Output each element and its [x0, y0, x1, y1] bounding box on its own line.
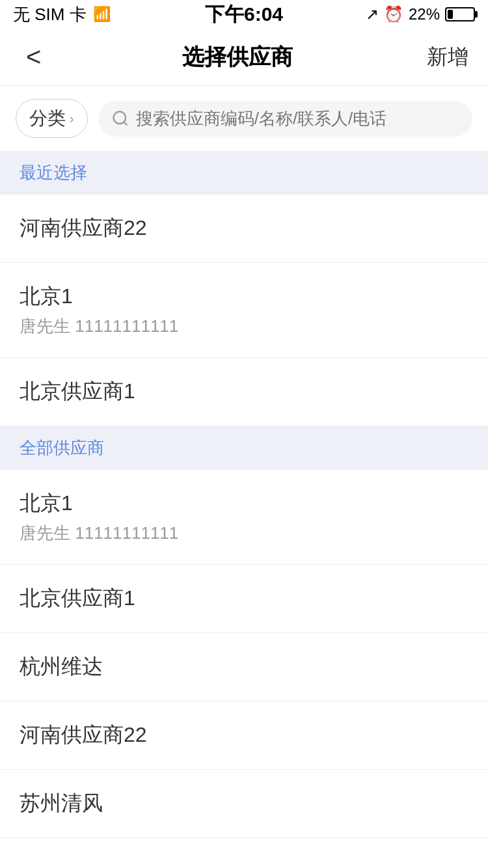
- wifi-icon: 📶: [93, 6, 111, 23]
- item-name-a1: 北京1: [20, 489, 468, 518]
- nav-bar: < 选择供应商 新增: [0, 29, 488, 86]
- list-item-r1[interactable]: 河南供应商22: [0, 195, 488, 263]
- page-title: 选择供应商: [182, 42, 293, 72]
- item-sub-a1: 唐先生 11111111111: [20, 522, 468, 545]
- list-item-a2[interactable]: 北京供应商1: [0, 565, 488, 633]
- item-name-a5: 苏州清风: [20, 789, 468, 818]
- item-name-r1: 河南供应商22: [20, 214, 468, 243]
- list-item-a4[interactable]: 河南供应商22: [0, 701, 488, 770]
- search-bar: 分类 ›: [0, 86, 488, 151]
- chevron-right-icon: ›: [70, 111, 74, 126]
- list-item-r3[interactable]: 北京供应商1: [0, 358, 488, 426]
- section-header-all: 全部供应商: [0, 426, 488, 470]
- section-header-text-all: 全部供应商: [20, 438, 104, 457]
- status-indicators: ↗ ⏰ 22%: [366, 5, 475, 23]
- battery-pct: 22%: [409, 5, 440, 23]
- back-button[interactable]: <: [20, 36, 47, 78]
- search-icon: [111, 109, 129, 128]
- item-name-r3: 北京供应商1: [20, 377, 468, 406]
- section-header-text-recent: 最近选择: [20, 163, 87, 182]
- svg-line-1: [124, 122, 127, 125]
- status-time: 下午6:04: [205, 1, 283, 28]
- item-name-a3: 杭州维达: [20, 653, 468, 681]
- section-header-recent: 最近选择: [0, 151, 488, 195]
- list-item-a3[interactable]: 杭州维达: [0, 633, 488, 701]
- item-name-a2: 北京供应商1: [20, 584, 468, 613]
- category-button[interactable]: 分类 ›: [16, 99, 88, 138]
- list-item-a1[interactable]: 北京1唐先生 11111111111: [0, 470, 488, 565]
- item-sub-r2: 唐先生 11111111111: [20, 315, 468, 338]
- svg-point-0: [113, 112, 126, 124]
- list-item-a5[interactable]: 苏州清风: [0, 770, 488, 838]
- add-button[interactable]: 新增: [427, 43, 468, 72]
- list-item-r2[interactable]: 北京1唐先生 11111111111: [0, 263, 488, 358]
- alarm-icon: ⏰: [384, 5, 403, 23]
- item-name-r2: 北京1: [20, 282, 468, 311]
- category-label: 分类: [29, 106, 66, 131]
- item-name-a4: 河南供应商22: [20, 721, 468, 750]
- status-bar: 无 SIM 卡 📶 下午6:04 ↗ ⏰ 22%: [0, 0, 488, 29]
- battery-icon: [445, 7, 475, 21]
- search-input[interactable]: [136, 109, 459, 129]
- search-input-wrap: [98, 101, 472, 137]
- sections-container: 最近选择河南供应商22北京1唐先生 11111111111北京供应商1全部供应商…: [0, 151, 488, 838]
- status-carrier: 无 SIM 卡 📶: [13, 3, 111, 26]
- location-icon: ↗: [366, 5, 379, 23]
